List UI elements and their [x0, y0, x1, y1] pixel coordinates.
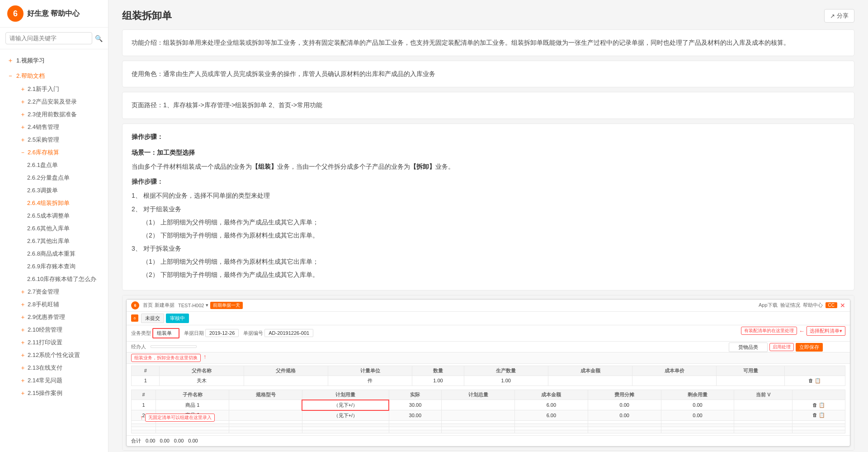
- plus-icon-ops: ＋: [20, 326, 26, 334]
- sidebar-item-finance[interactable]: ＋ 2.7资金管理: [13, 285, 108, 298]
- lr2-cur: [734, 410, 793, 421]
- sidebar-item-video-learning[interactable]: ＋ 1.视频学习: [0, 54, 108, 67]
- tab-unsubmit[interactable]: 未提交: [141, 314, 164, 323]
- lr1-cur: [734, 400, 793, 410]
- type-value[interactable]: 组装单: [152, 328, 179, 338]
- staff-label: 经办人: [131, 343, 146, 350]
- col-plan-qty: 计划用量: [302, 390, 389, 400]
- sidebar: 6 好生意 帮助中心 🔍 ＋ 1.视频学习 － 2.帮助文档 ＋ 2.1新手入门: [0, 0, 108, 452]
- lr2-alloc: 0.00: [588, 410, 661, 421]
- lr1-spec: [229, 400, 302, 410]
- close-icon[interactable]: ✕: [840, 302, 845, 309]
- upper-table-section: # 父件名称 父件规格 计量单位 数量 生产数量 成本金额 成本单价 可用量: [127, 364, 850, 388]
- share-button[interactable]: ↗ 分享: [824, 9, 854, 23]
- sidebar-item-other-outbound[interactable]: 2.6.7其他出库单: [20, 235, 108, 247]
- sidebar-header: 6 好生意 帮助中心: [0, 0, 108, 28]
- path-text: 页面路径：1、库存核算->库存管理->组装拆卸单 2、首页->常用功能: [132, 101, 322, 109]
- annotation-switch-text: 组装业务，拆卸业务在这里切换: [131, 354, 201, 362]
- sidebar-item-ledger-error[interactable]: 2.6.10库存账本错了怎么办: [20, 273, 108, 285]
- lower-row-6: [132, 430, 845, 433]
- sidebar-item-inventory[interactable]: － 2.6库存核算: [13, 146, 108, 159]
- step-2-sub2-text: 下部明细为子件明细，最终作为原材料生成其它出库单。: [160, 232, 319, 239]
- minus-icon: －: [7, 72, 14, 80]
- step-1-text: 根据不同的业务，选择不同单据的类型来处理: [143, 192, 270, 199]
- sidebar-item-transfer[interactable]: 2.6.3调拨单: [20, 184, 108, 197]
- step-3-text: 对于拆装业务: [143, 245, 181, 252]
- step-3-sub1: （1） 上部明细为父件明细，最终作为原材料生成其它出库单；: [142, 256, 845, 267]
- sidebar-item-mobile[interactable]: ＋ 2.8手机旺辅: [13, 298, 108, 311]
- sidebar-item-assembly[interactable]: 2.6.4组装拆卸单: [20, 197, 108, 209]
- col-parent-name: 父件名称: [160, 366, 244, 376]
- total-v4: 0.00: [188, 438, 198, 443]
- recent-btn[interactable]: 前期单据一天: [210, 302, 243, 309]
- cc-btn[interactable]: CC: [826, 302, 837, 308]
- col-cost-amount: 成本金额: [514, 390, 588, 400]
- search-box: 🔍: [0, 28, 108, 49]
- sidebar-item-online-pay[interactable]: ＋ 2.13在线支付: [13, 362, 108, 374]
- col-cur: 当前 V: [734, 390, 793, 400]
- sidebar-item-cost-adjust[interactable]: 2.6.5成本调整单: [20, 209, 108, 222]
- step-3-subs: （1） 上部明细为父件明细，最终作为原材料生成其它出库单； （2） 下部明细为子…: [132, 256, 845, 281]
- sidebar-item-beginner[interactable]: ＋ 2.1新手入门: [13, 83, 108, 95]
- sidebar-item-other-inbound[interactable]: 2.6.6其他入库单: [20, 222, 108, 235]
- billno-value[interactable]: AD-20191226-001: [264, 329, 313, 337]
- sidebar-item-faq[interactable]: ＋ 2.14常见问题: [13, 374, 108, 387]
- cell-parent-name: 关木: [160, 376, 244, 385]
- screenshot-container: 6 首页 新建单据 TEST-H002 ▾ 前期单据一天 App下载 验证: [122, 295, 854, 451]
- total-v1: 0.00: [146, 438, 155, 443]
- sidebar-item-purchase[interactable]: ＋ 2.5采购管理: [13, 133, 108, 146]
- search-input[interactable]: [5, 32, 92, 44]
- col-lops: [793, 390, 845, 400]
- bom-button[interactable]: 选择配料清单▾: [807, 326, 845, 336]
- help-center[interactable]: 帮助中心: [803, 302, 823, 309]
- role-card: 使用角色：通常由生产人员或库管人员完成拆装业务的操作，库管人员确认原材料的出库和…: [122, 61, 854, 87]
- page-title: 组装拆卸单: [122, 9, 172, 23]
- search-icon[interactable]: 🔍: [95, 35, 103, 42]
- step-3-sub2-num: （2）: [142, 271, 159, 278]
- annotation-enable-text: 启用处理: [769, 343, 794, 351]
- col-spec: 规格型号: [229, 390, 302, 400]
- verify[interactable]: 验证情况: [780, 302, 800, 309]
- sidebar-item-sales[interactable]: ＋ 2.4销售管理: [13, 121, 108, 133]
- field-billno: 单据编号 AD-20191226-001: [243, 329, 313, 337]
- app-second-bar: 6 未提交 审核中: [127, 312, 850, 325]
- sidebar-item-ledger-query[interactable]: 2.6.9库存账本查询: [20, 260, 108, 273]
- sidebar-item-cost-recalc[interactable]: 2.6.8商品成本重算: [20, 247, 108, 260]
- plus-icon-coupon: ＋: [20, 313, 26, 321]
- sidebar-item-help-docs[interactable]: － 2.帮助文档: [0, 69, 108, 83]
- tab-reviewing[interactable]: 审核中: [166, 314, 189, 323]
- step-3: 3、 对于拆装业务: [132, 243, 845, 254]
- save-btn[interactable]: 立即保存: [796, 343, 823, 352]
- sidebar-item-stocktake[interactable]: 2.6.1盘点单: [20, 159, 108, 171]
- plus-icon-purchase: ＋: [20, 136, 26, 144]
- sidebar-item-partial-stocktake[interactable]: 2.6.2分量盘点单: [20, 171, 108, 184]
- col-lnum: #: [132, 390, 156, 400]
- step-2-sub1: （1） 上部明细为父件明细，最终作为产成品生成其它入库单；: [142, 217, 845, 228]
- lr1-name: 商品 1: [156, 400, 229, 410]
- sidebar-item-install[interactable]: ＋ 2.2产品安装及登录: [13, 95, 108, 108]
- staff-value[interactable]: [151, 345, 197, 348]
- lr1-ops: 🗑 📋: [793, 400, 845, 410]
- sidebar-item-dataprep[interactable]: ＋ 2.3使用前数据准备: [13, 108, 108, 121]
- plus-icon-finance: ＋: [20, 288, 26, 296]
- billno-label: 单据编号: [243, 330, 263, 337]
- lr2-plantotal: [442, 410, 515, 421]
- lower-row-5: [132, 427, 845, 430]
- minus-icon-inventory: －: [20, 148, 26, 157]
- col-cost-price: 成本单价: [632, 366, 717, 376]
- step-2-sub1-text: 上部明细为父件明细，最终作为产成品生成其它入库单；: [160, 219, 319, 226]
- col-unit: 计量单位: [328, 366, 412, 376]
- col-ops: [784, 366, 845, 376]
- col-plan-total: 计划总量: [442, 390, 515, 400]
- date-value[interactable]: 2019-12-26: [205, 329, 239, 337]
- step-1: 1、 根据不同的业务，选择不同单据的类型来处理: [132, 190, 845, 201]
- sidebar-item-ops[interactable]: ＋ 2.10经营管理: [13, 324, 108, 336]
- sidebar-item-print[interactable]: ＋ 2.11打印设置: [13, 336, 108, 349]
- lr1-plantotal: [442, 400, 515, 410]
- lower-table: # 子件名称 规格型号 计划用量 实际 计划总量 成本金额 费用分摊 剩余用量: [131, 390, 845, 433]
- sidebar-item-cases[interactable]: ＋ 2.15操作案例: [13, 387, 108, 400]
- app-download[interactable]: App下载: [759, 302, 778, 309]
- sidebar-item-personalize[interactable]: ＋ 2.12系统个性化设置: [13, 349, 108, 362]
- col-cost-amt: 成本金额: [548, 366, 632, 376]
- sidebar-item-coupon[interactable]: ＋ 2.9优惠券管理: [13, 311, 108, 324]
